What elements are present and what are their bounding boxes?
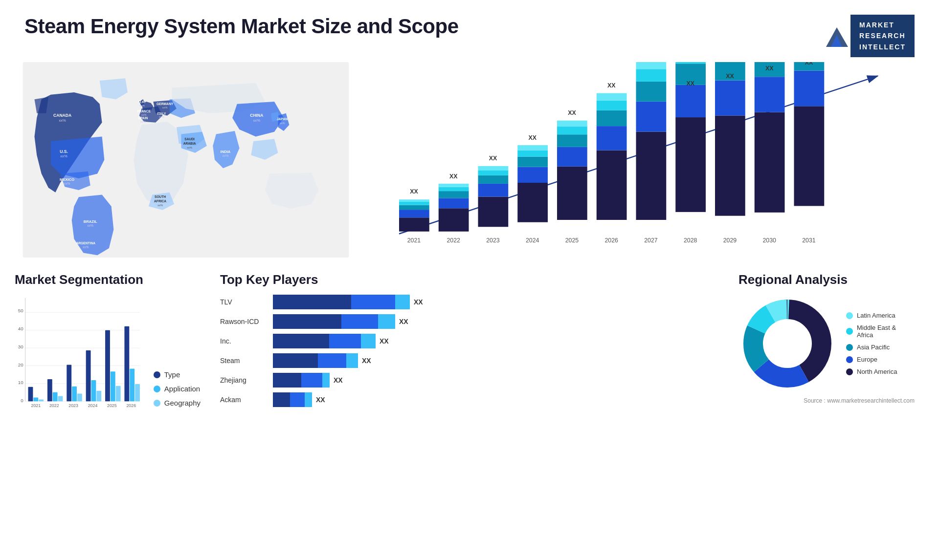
svg-text:xx%: xx% — [59, 118, 66, 123]
svg-text:SPAIN: SPAIN — [138, 116, 148, 120]
type-label: Type — [164, 370, 180, 379]
svg-rect-140 — [86, 350, 91, 401]
legend-europe: Europe — [846, 356, 897, 363]
svg-rect-94 — [715, 81, 745, 116]
player-row-rawson: Rawson-ICD XX — [220, 314, 719, 329]
svg-rect-150 — [135, 384, 140, 401]
svg-text:xx%: xx% — [187, 146, 192, 149]
svg-rect-145 — [111, 372, 115, 402]
svg-rect-53 — [478, 175, 509, 184]
svg-text:xx%: xx% — [141, 113, 147, 116]
player-value: XX — [380, 337, 389, 345]
player-bar — [273, 295, 410, 309]
svg-rect-89 — [675, 62, 706, 64]
source-text: Source : www.marketresearchintellect.com — [738, 397, 924, 404]
svg-rect-68 — [557, 127, 587, 134]
svg-rect-81 — [636, 82, 667, 102]
bar-seg-2 — [341, 314, 378, 329]
svg-rect-72 — [597, 151, 627, 220]
players-section: Top Key Players TLV XX Rawson-ICD — [210, 272, 729, 412]
legend-middle-east: Middle East &Africa — [846, 324, 897, 339]
svg-text:AFRICA: AFRICA — [154, 199, 166, 203]
svg-point-157 — [764, 320, 811, 367]
world-map: CANADA xx% U.S. xx% MEXICO xx% BRAZIL xx… — [15, 62, 357, 258]
svg-text:xx%: xx% — [87, 224, 93, 227]
svg-text:2025: 2025 — [565, 237, 579, 244]
legend-item-geography: Geography — [154, 399, 201, 407]
svg-text:2027: 2027 — [644, 237, 658, 244]
bar-seg-1 — [273, 295, 351, 309]
svg-text:2022: 2022 — [49, 403, 59, 407]
svg-text:2024: 2024 — [88, 403, 98, 407]
svg-rect-59 — [517, 167, 548, 183]
player-row-tlv: TLV XX — [220, 295, 719, 309]
svg-rect-133 — [53, 392, 58, 402]
svg-text:XX: XX — [726, 73, 734, 80]
segmentation-title: Market Segmentation — [15, 272, 201, 287]
svg-rect-142 — [96, 391, 101, 402]
svg-rect-54 — [478, 171, 509, 175]
svg-text:xx%: xx% — [280, 122, 285, 125]
logo: MARKET RESEARCH INTELLECT — [824, 15, 915, 57]
bar-seg-2 — [290, 392, 305, 407]
svg-text:2029: 2029 — [723, 237, 737, 244]
latin-america-label: Latin America — [857, 312, 895, 319]
svg-text:xx%: xx% — [139, 105, 145, 108]
svg-rect-51 — [478, 197, 509, 227]
svg-rect-149 — [130, 369, 134, 402]
svg-text:50: 50 — [18, 308, 23, 313]
svg-rect-141 — [91, 380, 96, 401]
svg-text:2031: 2031 — [802, 237, 816, 244]
player-bar — [273, 353, 358, 368]
svg-text:SOUTH: SOUTH — [155, 195, 166, 198]
svg-rect-100 — [755, 112, 785, 213]
regional-legend: Latin America Middle East &Africa Asia P… — [846, 312, 897, 375]
player-bar-container: XX — [273, 373, 343, 388]
svg-rect-58 — [517, 183, 548, 222]
application-label: Application — [164, 385, 200, 393]
svg-rect-38 — [399, 210, 429, 217]
player-name: Ackam — [220, 396, 269, 404]
svg-text:2030: 2030 — [762, 237, 776, 244]
svg-rect-138 — [77, 394, 82, 402]
svg-rect-76 — [597, 93, 627, 101]
svg-rect-39 — [399, 205, 429, 210]
player-row-zhejiang: Zhejiang XX — [220, 373, 719, 388]
svg-rect-128 — [28, 387, 33, 402]
svg-text:XX: XX — [568, 109, 576, 116]
svg-rect-66 — [557, 147, 587, 167]
top-content: CANADA xx% U.S. xx% MEXICO xx% BRAZIL xx… — [0, 62, 939, 267]
svg-text:2028: 2028 — [684, 237, 697, 244]
svg-text:2021: 2021 — [31, 403, 41, 407]
svg-rect-40 — [399, 202, 429, 205]
svg-rect-62 — [517, 145, 548, 150]
svg-text:2024: 2024 — [526, 237, 539, 244]
svg-rect-83 — [636, 62, 667, 69]
svg-rect-132 — [47, 379, 52, 401]
bar-seg-1 — [273, 373, 301, 388]
svg-text:SAUDI: SAUDI — [184, 137, 195, 141]
europe-label: Europe — [857, 356, 877, 363]
svg-rect-60 — [517, 157, 548, 167]
svg-text:2023: 2023 — [486, 237, 500, 244]
player-name: Steam — [220, 357, 269, 365]
svg-rect-75 — [597, 101, 627, 110]
map-section: CANADA xx% U.S. xx% MEXICO xx% BRAZIL xx… — [15, 62, 357, 267]
application-dot — [154, 386, 160, 392]
svg-text:CANADA: CANADA — [53, 113, 71, 118]
bar-seg-3 — [378, 314, 395, 329]
svg-rect-101 — [755, 77, 785, 112]
player-bar — [273, 392, 312, 407]
svg-text:ITALY: ITALY — [157, 112, 166, 115]
svg-text:XX: XX — [449, 173, 458, 180]
north-america-dot — [846, 368, 853, 375]
type-dot — [154, 371, 160, 378]
svg-text:2025: 2025 — [107, 403, 117, 407]
svg-text:U.K.: U.K. — [139, 100, 145, 104]
svg-rect-48 — [439, 184, 469, 187]
svg-text:60: 60 — [15, 295, 19, 296]
bar-seg-3 — [322, 373, 330, 388]
donut-area: Latin America Middle East &Africa Asia P… — [738, 295, 924, 392]
north-america-label: North America — [857, 368, 897, 375]
player-value: XX — [414, 298, 423, 306]
